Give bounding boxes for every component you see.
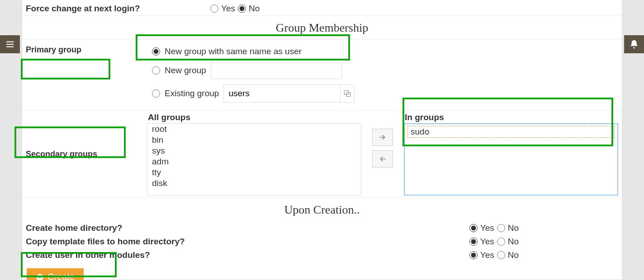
copy-template-no[interactable]: No: [497, 237, 519, 247]
primary-group-row: Primary group New group with same name a…: [22, 39, 622, 110]
add-group-button[interactable]: [372, 129, 393, 146]
plus-circle-icon: [36, 273, 44, 280]
create-home-yes[interactable]: Yes: [469, 223, 494, 233]
all-groups-title: All groups: [147, 112, 361, 123]
list-item[interactable]: bin: [147, 135, 361, 145]
other-modules-yes[interactable]: Yes: [469, 250, 494, 260]
hamburger-icon: [5, 39, 15, 49]
section-group-membership: Group Membership: [22, 15, 622, 39]
force-change-row: Force change at next login? Yes No: [22, 0, 622, 15]
list-item[interactable]: disk: [147, 178, 361, 189]
secondary-groups-row: Secondary groups All groups rootbinsysad…: [22, 110, 622, 197]
notifications-button[interactable]: [624, 35, 644, 53]
primary-group-existing-input[interactable]: [224, 85, 340, 102]
force-change-label: Force change at next login?: [26, 4, 207, 14]
other-modules-row: Create user in other modules? Yes No: [22, 248, 622, 262]
main-menu-button[interactable]: [0, 35, 20, 53]
picker-icon: [343, 89, 351, 98]
primary-group-label: Primary group: [26, 42, 143, 58]
list-item[interactable]: root: [147, 124, 361, 135]
list-item[interactable]: adm: [147, 156, 361, 167]
force-change-no[interactable]: No: [238, 4, 260, 14]
in-groups-listbox[interactable]: sudo: [404, 123, 618, 196]
copy-template-row: Copy template files to home directory? Y…: [22, 235, 622, 248]
all-groups-listbox[interactable]: rootbinsysadmttydisk: [147, 123, 361, 196]
list-item[interactable]: sudo: [407, 126, 615, 138]
arrow-right-icon: [378, 133, 387, 142]
primary-group-new-input[interactable]: [211, 62, 342, 79]
create-button[interactable]: Create: [27, 268, 84, 280]
in-groups-title: In groups: [404, 112, 618, 123]
list-item[interactable]: tty: [147, 167, 361, 178]
secondary-groups-label: Secondary groups: [26, 146, 143, 163]
section-upon-creation: Upon Creation..: [22, 197, 622, 221]
copy-template-yes[interactable]: Yes: [469, 237, 494, 247]
force-change-yes[interactable]: Yes: [210, 4, 235, 14]
create-home-no[interactable]: No: [497, 223, 519, 233]
list-item[interactable]: sys: [147, 145, 361, 156]
bell-icon: [629, 39, 639, 49]
remove-group-button[interactable]: [372, 150, 393, 168]
group-picker-button[interactable]: [340, 85, 354, 102]
arrow-left-icon: [378, 154, 387, 163]
other-modules-no[interactable]: No: [497, 250, 519, 260]
primary-group-same[interactable]: New group with same name as user: [150, 44, 618, 59]
primary-group-new[interactable]: New group: [150, 59, 618, 82]
user-form: Force change at next login? Yes No Group…: [22, 0, 622, 280]
primary-group-existing[interactable]: Existing group: [150, 82, 618, 105]
create-home-row: Create home directory? Yes No: [22, 221, 622, 235]
